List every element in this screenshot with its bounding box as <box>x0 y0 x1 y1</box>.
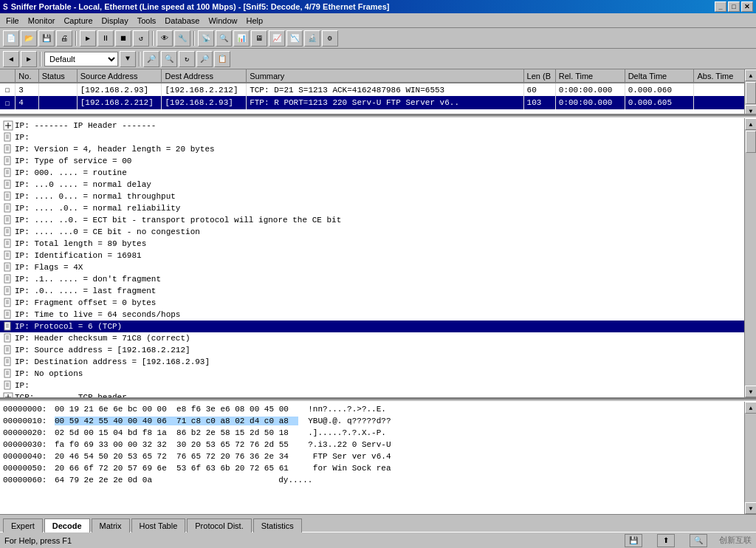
window-title: Sniffer Portable - Local, Ethernet (Line… <box>11 2 390 11</box>
col-deltatime: Delta Time <box>625 69 694 83</box>
decode-line[interactable]: IP: 000. .... = routine <box>0 167 744 179</box>
tb-proto[interactable]: 📈 <box>269 30 285 47</box>
tb-host[interactable]: 🖥 <box>251 30 267 47</box>
decode-line[interactable]: IP: ------- IP Header ------- <box>0 120 744 131</box>
hex-line: 00000000: 00 19 21 6e 6e bc 00 00 e8 f6 … <box>3 403 741 415</box>
decode-scroll-down[interactable]: ▼ <box>745 386 756 397</box>
hex-line: 00000050: 20 66 6f 72 20 57 69 6e 53 6f … <box>3 462 741 474</box>
filter-dropdown[interactable]: Default <box>44 52 118 66</box>
hex-panel: 00000000: 00 19 21 6e 6e bc 00 00 e8 f6 … <box>0 402 756 514</box>
decode-scroll-track[interactable] <box>745 130 756 386</box>
tb-matrix[interactable]: 📊 <box>233 30 250 47</box>
tb-capture[interactable]: 📡 <box>198 30 214 47</box>
menu-item-capture[interactable]: Capture <box>59 15 97 27</box>
status-icon-2[interactable]: ⬆ <box>657 534 675 547</box>
status-icon-3[interactable]: 🔍 <box>690 534 707 547</box>
decode-line-text: IP: <box>15 381 30 390</box>
menu-item-display[interactable]: Display <box>97 15 133 27</box>
decode-line-text: IP: <box>15 133 30 142</box>
decode-scrollbar[interactable]: ▲ ▼ <box>744 118 756 397</box>
hex-addr: 00000030: <box>3 440 55 449</box>
tb-expert[interactable]: 👁 <box>157 30 173 47</box>
hex-scroll-track[interactable] <box>745 414 756 502</box>
tb-print[interactable]: 🖨 <box>56 30 72 47</box>
packet-table-body: ☐3[192.168.2.93][192.168.2.212]TCP: D=21… <box>0 83 756 109</box>
menu-item-window[interactable]: Window <box>204 15 241 27</box>
tb2-fwd[interactable]: ▶ <box>21 51 37 67</box>
scroll-thumb[interactable] <box>746 82 756 104</box>
decode-line[interactable]: IP: Total length = 89 bytes <box>0 238 744 250</box>
tb2-misc[interactable]: 📋 <box>214 51 230 67</box>
table-row[interactable]: ☐3[192.168.2.93][192.168.2.212]TCP: D=21… <box>0 83 756 96</box>
decode-line[interactable]: IP: <box>0 131 744 143</box>
sep3 <box>193 31 195 46</box>
tb2-dropdown-arrow[interactable]: ▼ <box>120 51 136 67</box>
tb-reset[interactable]: ↺ <box>133 30 149 47</box>
decode-line[interactable]: IP: .... ..0. = ECT bit - transport prot… <box>0 214 744 226</box>
decode-line[interactable]: IP: .... .0.. = normal reliability <box>0 202 744 214</box>
scroll-up[interactable]: ▲ <box>745 69 756 81</box>
tb-pause[interactable]: ⏸ <box>97 30 114 47</box>
table-row[interactable]: ☐4[192.168.2.212][192.168.2.93]FTP: R PO… <box>0 96 756 109</box>
menu-item-database[interactable]: Database <box>160 15 204 27</box>
decode-scroll-up[interactable]: ▲ <box>745 118 756 130</box>
restore-button[interactable]: □ <box>728 1 740 12</box>
decode-line[interactable]: IP: .0.. .... = last fragment <box>0 285 744 297</box>
menu-item-file[interactable]: File <box>1 15 24 27</box>
minimize-button[interactable]: _ <box>715 1 726 12</box>
decode-scroll-thumb[interactable] <box>746 131 756 153</box>
decode-line[interactable]: IP: .... 0... = normal throughput <box>0 191 744 202</box>
tab-protocol-dist.[interactable]: Protocol Dist. <box>187 518 251 532</box>
decode-line[interactable]: IP: Source address = [192.168.2.212] <box>0 344 744 356</box>
hex-addr: 00000050: <box>3 464 55 473</box>
decode-line[interactable]: IP: Flags = 4X <box>0 261 744 273</box>
decode-line[interactable]: IP: Type of service = 00 <box>0 155 744 167</box>
tb-new[interactable]: 📄 <box>3 30 19 47</box>
tb-stats[interactable]: 📉 <box>286 30 303 47</box>
tb-stop[interactable]: ⏹ <box>115 30 131 47</box>
page-icon <box>3 321 13 332</box>
tab-host-table[interactable]: Host Table <box>131 518 186 532</box>
decode-line[interactable]: TCP: ------- TCP header ------- <box>0 391 744 397</box>
hex-scroll-up[interactable]: ▲ <box>745 402 756 414</box>
menu-item-help[interactable]: Help <box>242 15 268 27</box>
table-scrollbar[interactable]: ▲ ▼ <box>744 69 756 114</box>
decode-line[interactable]: IP: .1.. .... = don't fragment <box>0 273 744 285</box>
tb-misc1[interactable]: 🔬 <box>304 30 320 47</box>
tb-open[interactable]: 📂 <box>21 30 37 47</box>
decode-line[interactable]: IP: <box>0 380 744 391</box>
decode-line[interactable]: IP: .... ...0 = CE bit - no congestion <box>0 226 744 238</box>
tb2-back[interactable]: ◀ <box>3 51 19 67</box>
decode-line[interactable]: IP: ...0 .... = normal delay <box>0 179 744 191</box>
decode-line[interactable]: IP: Time to live = 64 seconds/hops <box>0 309 744 321</box>
menu-item-tools[interactable]: Tools <box>133 15 161 27</box>
close-button[interactable]: ✕ <box>741 1 753 12</box>
tb2-refresh[interactable]: ↻ <box>179 51 195 67</box>
tab-expert[interactable]: Expert <box>3 518 43 532</box>
scroll-down[interactable]: ▼ <box>745 105 756 115</box>
tb2-find[interactable]: 🔎 <box>196 51 213 67</box>
hex-scroll-down[interactable]: ▼ <box>745 502 756 514</box>
tb-filter[interactable]: 🔧 <box>174 30 190 47</box>
tab-decode[interactable]: Decode <box>44 518 90 532</box>
tb-start[interactable]: ▶ <box>80 30 96 47</box>
tb2-zoom-in[interactable]: 🔎 <box>143 51 159 67</box>
decode-line[interactable]: IP: Header checksum = 71C8 (correct) <box>0 332 744 344</box>
scroll-track[interactable] <box>745 82 756 104</box>
tb-save[interactable]: 💾 <box>38 30 55 47</box>
decode-line[interactable]: IP: Identification = 16981 <box>0 250 744 261</box>
status-icon-1[interactable]: 💾 <box>625 534 642 547</box>
decode-line[interactable]: IP: Protocol = 6 (TCP) <box>0 321 744 332</box>
tb-decode[interactable]: 🔍 <box>216 30 232 47</box>
menu-item-monitor[interactable]: Monitor <box>24 15 60 27</box>
tb2-zoom-out[interactable]: 🔍 <box>161 51 177 67</box>
table-cell: 0.000.605 <box>625 96 694 109</box>
tb-misc2[interactable]: ⚙ <box>322 30 338 47</box>
decode-line[interactable]: IP: Version = 4, header length = 20 byte… <box>0 143 744 155</box>
tab-statistics[interactable]: Statistics <box>253 518 302 532</box>
decode-line[interactable]: IP: Destination address = [192.168.2.93] <box>0 356 744 368</box>
decode-line[interactable]: IP: Fragment offset = 0 bytes <box>0 297 744 309</box>
hex-scrollbar[interactable]: ▲ ▼ <box>744 402 756 514</box>
decode-line[interactable]: IP: No options <box>0 368 744 380</box>
tab-matrix[interactable]: Matrix <box>92 518 130 532</box>
